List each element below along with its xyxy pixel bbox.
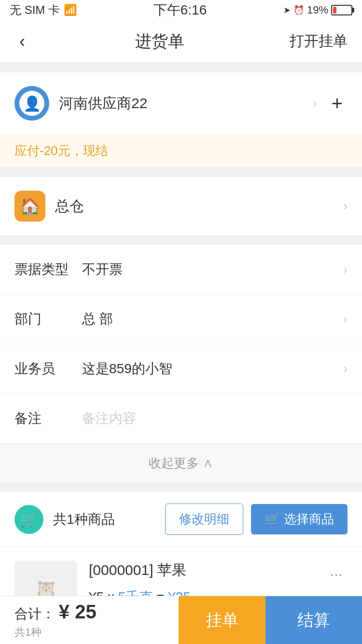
products-header: 🛒 共1种商品 修改明细 🛒 选择商品 (0, 492, 362, 547)
remark-value[interactable]: 备注内容 (72, 409, 348, 428)
location-icon: ➤ (283, 5, 291, 15)
form-row-remark[interactable]: 备注 备注内容 (0, 394, 362, 444)
divider-1 (0, 63, 362, 72)
invoice-type-chevron-icon: › (343, 262, 348, 277)
products-icon-wrap: 🛒 (14, 505, 43, 534)
modify-detail-button[interactable]: 修改明细 (165, 504, 243, 535)
remark-label: 备注 (14, 409, 72, 428)
divider-3 (0, 235, 362, 245)
select-product-button[interactable]: 🛒 选择商品 (251, 504, 348, 534)
invoice-type-value: 不开票 (72, 260, 343, 279)
divider-2 (0, 168, 362, 177)
page-title: 进货单 (135, 30, 184, 53)
collapse-button[interactable]: 收起更多 ∧ (0, 444, 362, 482)
salesperson-value: 这是859的小智 (72, 360, 343, 378)
warehouse-icon: 🏠 (20, 196, 40, 216)
select-label: 选择商品 (284, 511, 334, 528)
hang-button[interactable]: 挂单 (179, 596, 265, 644)
form-row-salesperson[interactable]: 业务员 这是859的小智 › (0, 344, 362, 394)
wifi-icon: 📶 (64, 4, 77, 16)
supplier-row[interactable]: 👤 河南供应商22 › + (0, 72, 362, 135)
product-name: [0000001] 苹果 (89, 560, 325, 580)
salesperson-label: 业务员 (14, 360, 72, 378)
total-row: 合计： ¥ 25 (14, 601, 164, 623)
add-supplier-button[interactable]: + (327, 93, 348, 114)
warehouse-name: 总仓 (55, 196, 343, 216)
total-label: 合计： (14, 606, 55, 621)
product-code: [0000001] (89, 562, 153, 578)
select-icon: 🛒 (265, 512, 280, 527)
cart-icon: 🛒 (20, 511, 38, 528)
total-count: 共1种 (14, 625, 164, 640)
battery-icon (331, 5, 352, 15)
back-button[interactable]: ‹ (14, 27, 30, 56)
battery-label: 19% (307, 4, 328, 16)
product-more-button[interactable]: ··· (325, 560, 348, 588)
warehouse-row[interactable]: 🏠 总仓 › (0, 177, 362, 235)
bottom-bar: 合计： ¥ 25 共1种 挂单 结算 (0, 596, 362, 644)
form-row-department[interactable]: 部门 总 部 › (0, 294, 362, 344)
department-label: 部门 (14, 310, 72, 328)
open-hang-button[interactable]: 打开挂单 (290, 31, 348, 51)
product-title: 苹果 (157, 562, 186, 578)
department-chevron-icon: › (343, 311, 348, 327)
status-right: ➤ ⏰ 19% (283, 4, 352, 16)
checkout-button[interactable]: 结算 (265, 596, 362, 644)
total-section: 合计： ¥ 25 共1种 (0, 601, 179, 640)
supplier-chevron-icon: › (312, 96, 317, 111)
warehouse-chevron-icon: › (343, 198, 348, 214)
nav-bar: ‹ 进货单 打开挂单 (0, 20, 362, 63)
form-section: 票据类型 不开票 › 部门 总 部 › 业务员 这是859的小智 › 备注 备注… (0, 245, 362, 444)
supplier-section: 👤 河南供应商22 › + 应付-20元，现结 (0, 72, 362, 168)
warehouse-icon-wrap: 🏠 (14, 191, 45, 222)
department-value: 总 部 (72, 310, 343, 328)
status-bar: 无 SIM 卡 📶 下午6:16 ➤ ⏰ 19% (0, 0, 362, 20)
collapse-label: 收起更多 ∧ (149, 455, 213, 472)
products-count: 共1种商品 (53, 510, 165, 529)
alarm-icon: ⏰ (293, 5, 304, 15)
status-left: 无 SIM 卡 📶 (10, 2, 77, 18)
avatar: 👤 (14, 86, 49, 121)
carrier-label: 无 SIM 卡 (10, 2, 60, 18)
total-amount-value: ¥ 25 (59, 601, 97, 622)
supplier-name: 河南供应商22 (59, 94, 312, 113)
invoice-type-label: 票据类型 (14, 260, 72, 279)
payment-tag: 应付-20元，现结 (0, 135, 362, 168)
status-time: 下午6:16 (153, 1, 207, 19)
avatar-icon: 👤 (23, 95, 41, 112)
salesperson-chevron-icon: › (343, 361, 348, 377)
warehouse-section[interactable]: 🏠 总仓 › (0, 177, 362, 235)
form-row-invoice-type[interactable]: 票据类型 不开票 › (0, 245, 362, 294)
